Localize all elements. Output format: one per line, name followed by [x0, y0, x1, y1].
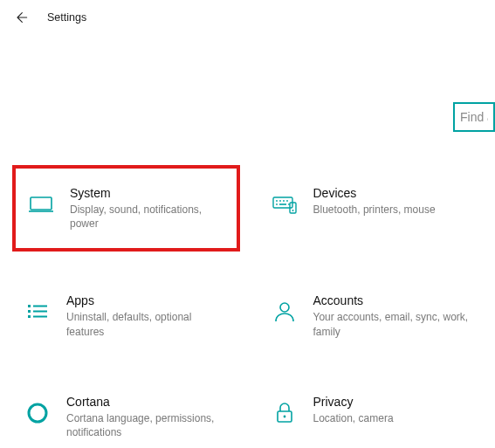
tile-title: Accounts: [313, 293, 477, 307]
tile-apps[interactable]: Apps Uninstall, defaults, optional featu…: [12, 278, 240, 354]
search-wrap: [453, 102, 495, 132]
tile-desc: Your accounts, email, sync, work, family: [313, 310, 477, 338]
tile-title: Apps: [66, 293, 230, 307]
tile-text: Devices Bluetooth, printers, mouse: [313, 186, 477, 217]
tile-text: Apps Uninstall, defaults, optional featu…: [66, 293, 230, 338]
header: Settings: [0, 0, 495, 35]
tile-text: Privacy Location, camera: [313, 395, 477, 425]
back-button[interactable]: [10, 7, 31, 28]
svg-point-20: [283, 415, 285, 417]
tile-desc: Bluetooth, printers, mouse: [313, 203, 477, 217]
tile-title: Devices: [313, 186, 477, 200]
tile-privacy[interactable]: Privacy Location, camera: [259, 379, 487, 448]
svg-point-3: [279, 200, 281, 202]
tile-text: Accounts Your accounts, email, sync, wor…: [313, 293, 477, 338]
lock-icon: [268, 396, 301, 430]
keyboard-icon: [268, 188, 301, 221]
list-icon: [21, 295, 54, 328]
svg-point-18: [29, 404, 46, 422]
tile-title: Cortana: [66, 395, 230, 409]
svg-point-10: [292, 210, 293, 211]
svg-rect-16: [33, 316, 47, 318]
svg-rect-14: [33, 306, 47, 307]
tile-system[interactable]: System Display, sound, notifications, po…: [12, 165, 240, 252]
svg-point-17: [280, 303, 289, 312]
svg-point-6: [276, 203, 278, 205]
tile-title: System: [70, 186, 226, 200]
tile-accounts[interactable]: Accounts Your accounts, email, sync, wor…: [259, 278, 487, 354]
tile-text: System Display, sound, notifications, po…: [70, 186, 226, 231]
svg-rect-15: [33, 311, 47, 313]
display-icon: [24, 188, 58, 221]
svg-rect-11: [28, 305, 31, 307]
tile-desc: Cortana language, permissions, notificat…: [66, 411, 230, 439]
tile-cortana[interactable]: Cortana Cortana language, permissions, n…: [12, 379, 240, 448]
tile-devices[interactable]: Devices Bluetooth, printers, mouse: [259, 170, 487, 253]
cortana-icon: [21, 396, 54, 430]
svg-point-5: [286, 200, 288, 202]
svg-rect-0: [31, 197, 52, 210]
arrow-left-icon: [14, 10, 28, 24]
search-input[interactable]: [453, 102, 495, 132]
svg-point-4: [283, 200, 285, 202]
tile-desc: Location, camera: [313, 411, 477, 425]
tile-text: Cortana Cortana language, permissions, n…: [66, 395, 230, 439]
page-title: Settings: [47, 11, 86, 24]
svg-rect-7: [279, 203, 286, 205]
svg-rect-12: [28, 310, 31, 313]
svg-rect-13: [28, 315, 31, 318]
tile-desc: Uninstall, defaults, optional features: [66, 310, 230, 338]
tile-title: Privacy: [313, 395, 477, 409]
settings-grid: System Display, sound, notifications, po…: [12, 170, 486, 448]
tile-desc: Display, sound, notifications, power: [70, 203, 226, 231]
svg-point-2: [276, 200, 278, 202]
person-icon: [268, 295, 301, 328]
